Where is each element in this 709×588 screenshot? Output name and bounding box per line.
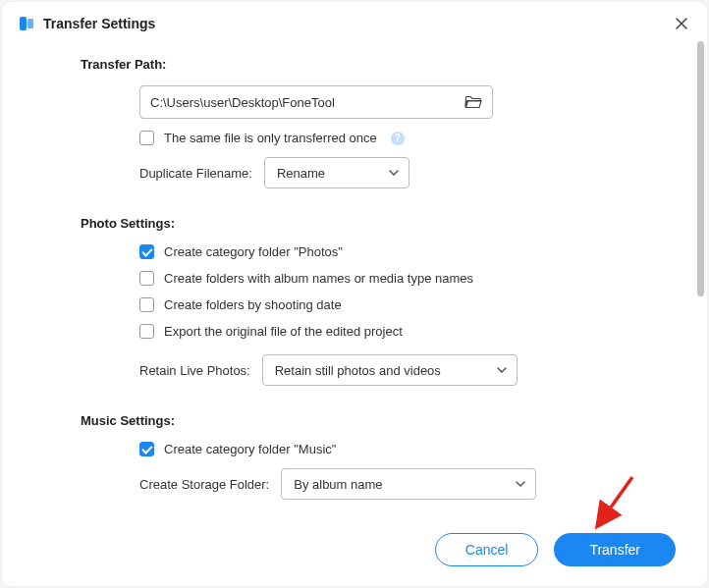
checkbox-export-original: Export the original file of the edited p… [139,324,628,339]
chevron-down-icon [516,479,525,489]
dialog-header: Transfer Settings [2,2,707,41]
path-input-wrap[interactable] [139,85,493,119]
section-transfer-path: Transfer Path: The same file is only tra… [81,57,628,188]
row-duplicate-filename: Duplicate Filename: Rename [139,157,628,188]
retain-live-select[interactable]: Retain still photos and videos [262,354,518,386]
checkbox-album-folders-label: Create folders with album names or media… [164,271,473,286]
checkbox-export-original-box[interactable] [139,324,154,339]
section-photo-settings: Photo Settings: Create category folder "… [81,216,628,386]
dialog-title-wrap: Transfer Settings [18,15,155,32]
checkbox-music-category-label: Create category folder "Music" [164,442,336,456]
checkbox-same-file-once-box[interactable] [139,131,154,145]
checkbox-photos-category-label: Create category folder "Photos" [164,244,343,259]
row-storage-folder: Create Storage Folder: By album name [139,468,628,500]
dialog-footer: Cancel Transfer [2,521,707,586]
row-retain-live: Retain Live Photos: Retain still photos … [139,354,628,386]
checkbox-shooting-date-label: Create folders by shooting date [164,297,342,312]
transfer-settings-dialog: Transfer Settings Transfer Path: The sam… [2,2,707,586]
checkbox-same-file-once: The same file is only transferred once ? [139,131,628,145]
duplicate-filename-value: Rename [277,166,325,181]
cancel-button[interactable]: Cancel [435,533,539,566]
scrollbar-thumb[interactable] [697,41,704,296]
dialog-title: Transfer Settings [43,16,155,31]
checkbox-album-folders-box[interactable] [139,271,154,286]
close-icon[interactable] [672,14,691,33]
help-icon[interactable]: ? [391,132,405,145]
dialog-body: Transfer Path: The same file is only tra… [2,41,707,521]
path-input[interactable] [150,95,464,110]
transfer-button[interactable]: Transfer [554,533,676,566]
retain-live-value: Retain still photos and videos [275,363,441,378]
storage-folder-select[interactable]: By album name [281,468,536,500]
checkbox-music-category: Create category folder "Music" [139,442,628,456]
browse-folder-icon[interactable] [464,93,482,111]
svg-rect-0 [20,17,27,30]
retain-live-label: Retain Live Photos: [139,363,250,378]
scrollbar[interactable] [696,41,705,527]
chevron-down-icon [389,168,399,178]
checkbox-export-original-label: Export the original file of the edited p… [164,324,403,339]
duplicate-filename-label: Duplicate Filename: [139,166,252,181]
checkbox-album-folders: Create folders with album names or media… [139,271,628,286]
chevron-down-icon [497,365,507,375]
checkbox-shooting-date-box[interactable] [139,297,154,312]
checkbox-music-category-box[interactable] [139,442,154,456]
svg-rect-1 [27,19,33,28]
storage-folder-value: By album name [294,477,382,492]
checkbox-photos-category-box[interactable] [139,244,154,259]
duplicate-filename-select[interactable]: Rename [264,157,409,188]
section-title-transfer-path: Transfer Path: [81,57,628,72]
section-title-music-settings: Music Settings: [81,413,628,428]
section-title-photo-settings: Photo Settings: [81,216,628,231]
checkbox-same-file-once-label: The same file is only transferred once [164,131,377,145]
app-icon [18,15,35,32]
checkbox-photos-category: Create category folder "Photos" [139,244,628,259]
checkbox-shooting-date: Create folders by shooting date [139,297,628,312]
row-path [139,85,628,119]
section-music-settings: Music Settings: Create category folder "… [81,413,628,500]
storage-folder-label: Create Storage Folder: [139,477,269,492]
